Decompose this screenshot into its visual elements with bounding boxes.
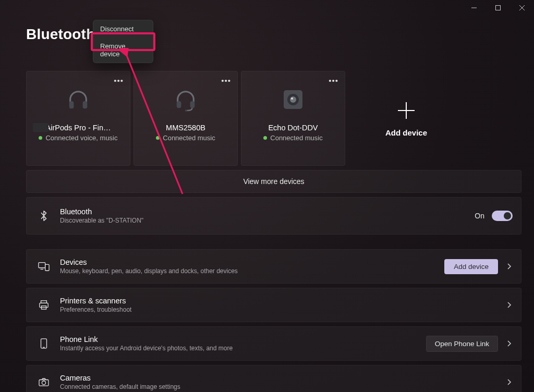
device-status: Connected voice, music: [45, 134, 117, 142]
bluetooth-icon: [38, 210, 50, 222]
svg-rect-21: [41, 339, 47, 348]
card-more-icon[interactable]: •••: [221, 77, 231, 84]
status-dot-icon: [39, 136, 42, 140]
bluetooth-state-label: On: [475, 212, 484, 220]
status-dot-icon: [156, 136, 160, 140]
status-dot-icon: [263, 136, 267, 140]
row-title: Phone Link: [60, 335, 416, 344]
svg-point-11: [290, 96, 296, 103]
chevron-right-icon: [505, 301, 513, 309]
devices-icon: [38, 261, 50, 272]
chevron-right-icon: [505, 340, 513, 347]
speaker-icon: [281, 87, 306, 112]
device-name: Echo Dot-DDV: [268, 124, 318, 132]
add-device-card[interactable]: Add device: [348, 71, 464, 166]
row-printers[interactable]: Printers & scanners Preferences, trouble…: [26, 288, 521, 322]
row-cameras[interactable]: Cameras Connected cameras, default image…: [26, 365, 521, 392]
svg-rect-19: [40, 303, 48, 307]
device-status: Connected music: [270, 134, 322, 142]
svg-point-12: [291, 97, 293, 100]
open-phone-link-button[interactable]: Open Phone Link: [426, 336, 498, 352]
row-devices[interactable]: Devices Mouse, keyboard, pen, audio, dis…: [26, 249, 521, 284]
redaction-block: [33, 123, 48, 132]
card-more-icon[interactable]: •••: [114, 77, 124, 84]
window-controls: [462, 0, 534, 16]
row-subtitle: Mouse, keyboard, pen, audio, displays an…: [60, 267, 434, 275]
row-subtitle: Connected cameras, default image setting…: [60, 383, 495, 390]
svg-rect-1: [496, 6, 501, 10]
minimize-button[interactable]: [462, 0, 486, 16]
headphones-icon: [66, 87, 91, 112]
device-name: AirPods Pro - Fin…: [46, 124, 111, 132]
phone-icon: [38, 338, 50, 349]
device-card-airpods[interactable]: ••• AirPods Pro - Fin… Connected voice, …: [26, 71, 130, 166]
bluetooth-toggle[interactable]: [492, 211, 513, 221]
plus-icon: [396, 100, 417, 121]
row-subtitle: Preferences, troubleshoot: [60, 306, 495, 313]
row-title: Devices: [60, 258, 434, 266]
bluetooth-subtitle: Discoverable as "D-STATION": [60, 217, 464, 224]
svg-point-8: [185, 109, 187, 112]
svg-rect-7: [190, 101, 195, 108]
camera-icon: [38, 376, 50, 388]
chevron-right-icon: [505, 263, 513, 270]
device-card-echo-dot[interactable]: ••• Echo Dot-DDV Connected music: [241, 71, 345, 166]
bluetooth-toggle-row[interactable]: Bluetooth Discoverable as "D-STATION" On: [26, 197, 521, 235]
ctx-disconnect[interactable]: Disconnect: [93, 20, 153, 38]
svg-rect-4: [69, 101, 74, 108]
svg-rect-15: [39, 263, 45, 268]
bluetooth-title: Bluetooth: [60, 207, 464, 216]
chevron-right-icon: [505, 378, 513, 386]
device-context-menu: Disconnect Remove device: [93, 20, 153, 63]
svg-rect-5: [83, 101, 88, 108]
row-subtitle: Instantly access your Android device's p…: [60, 345, 416, 352]
printer-icon: [38, 299, 50, 311]
device-name: MMS2580B: [166, 124, 205, 132]
svg-point-24: [42, 381, 45, 385]
device-status: Connected music: [163, 134, 215, 142]
add-device-label: Add device: [385, 128, 427, 137]
svg-rect-16: [45, 264, 49, 271]
ctx-remove-device[interactable]: Remove device: [93, 38, 153, 63]
add-device-button[interactable]: Add device: [444, 259, 498, 274]
close-button[interactable]: [510, 0, 534, 16]
row-title: Cameras: [60, 374, 495, 382]
view-more-label: View more devices: [243, 177, 304, 186]
svg-rect-6: [177, 101, 181, 108]
device-grid: ••• AirPods Pro - Fin… Connected voice, …: [26, 71, 521, 166]
headset-icon: [173, 87, 198, 112]
svg-rect-18: [41, 301, 47, 303]
device-card-mms2580b[interactable]: ••• MMS2580B Connected music: [134, 71, 238, 166]
row-title: Printers & scanners: [60, 297, 495, 305]
card-more-icon[interactable]: •••: [329, 77, 338, 84]
view-more-devices[interactable]: View more devices: [26, 170, 521, 193]
row-phone-link[interactable]: Phone Link Instantly access your Android…: [26, 326, 521, 361]
maximize-button[interactable]: [486, 0, 510, 16]
